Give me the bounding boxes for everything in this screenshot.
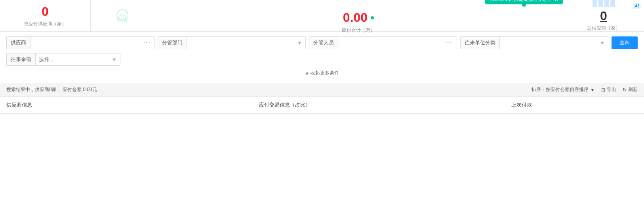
stats-bar: 0 总应付供应商（家） 快速录单的快捷键说明在这里 × 0.00 应付合计（万） bbox=[0, 0, 644, 32]
payable-total-stat: 快速录单的快捷键说明在这里 × 0.00 应付合计（万） bbox=[154, 0, 563, 31]
refresh-label: 刷新 bbox=[628, 86, 638, 93]
collapse-chevron-icon: ∧ bbox=[305, 71, 309, 76]
balance-label: 往来余额 bbox=[7, 53, 36, 65]
supplier-input[interactable] bbox=[30, 40, 140, 46]
table-header: 供应商信息 应付交易信息（占比） 上次付款 bbox=[0, 97, 644, 114]
filter-area: 供应商 ··· 分管部门 ▼ 分管人员 ··· 往来单位分类 ▼ bbox=[0, 32, 644, 66]
sort-dropdown-icon[interactable]: ▼ bbox=[590, 87, 595, 93]
dept-filter[interactable]: 分管部门 ▼ bbox=[158, 36, 306, 49]
piggy-icon-area bbox=[91, 0, 154, 31]
supplier-label: 供应商 bbox=[7, 37, 30, 49]
tooltip-bar: 快速录单的快捷键说明在这里 × bbox=[485, 0, 563, 4]
export-label: 导出 bbox=[607, 86, 616, 93]
svg-point-1 bbox=[118, 15, 126, 20]
refresh-button[interactable]: ↻ 刷新 bbox=[623, 86, 638, 93]
sort-select[interactable]: 排序：按应付会额倒序排序 ▼ bbox=[532, 86, 595, 93]
supplier-filter[interactable]: 供应商 ··· bbox=[6, 36, 154, 49]
results-amount: 应付金额 0.00元 bbox=[63, 87, 97, 92]
unit-label: 往来单位分类 bbox=[461, 37, 500, 49]
tooltip-close-button[interactable]: × bbox=[555, 0, 558, 2]
results-bar: 搜索结果中，供应商0家， 应付金额 0.00元 排序：按应付会额倒序排序 ▼ ⊡… bbox=[0, 83, 644, 97]
person-more-button[interactable]: ··· bbox=[443, 39, 457, 46]
bar-chart-icon bbox=[593, 0, 615, 7]
table-col-payable-info: 应付交易信息（占比） bbox=[259, 101, 512, 109]
table-col-supplier-info: 供应商信息 bbox=[6, 101, 259, 109]
export-icon: ⊡ bbox=[601, 87, 605, 93]
export-button[interactable]: ⊡ 导出 bbox=[601, 86, 616, 93]
dept-dropdown-icon[interactable]: ▼ bbox=[294, 40, 305, 46]
query-button[interactable]: 查询 bbox=[612, 36, 638, 49]
collapse-button[interactable]: ∧ 收起更多条件 bbox=[299, 68, 345, 78]
supplier-more-button[interactable]: ··· bbox=[140, 39, 154, 46]
dept-label: 分管部门 bbox=[158, 37, 187, 49]
unit-dropdown-icon[interactable]: ▼ bbox=[596, 40, 608, 46]
results-actions: 排序：按应付会额倒序排序 ▼ ⊡ 导出 ↻ 刷新 bbox=[532, 86, 638, 93]
person-label: 分管人员 bbox=[309, 37, 338, 49]
person-filter[interactable]: 分管人员 ··· bbox=[309, 36, 457, 49]
payable-total-label: 应付合计（万） bbox=[342, 27, 375, 34]
payable-suppliers-count: 0 bbox=[42, 4, 49, 19]
unit-filter[interactable]: 往来单位分类 ▼ bbox=[460, 36, 608, 49]
unit-input[interactable] bbox=[500, 40, 596, 46]
refresh-icon: ↻ bbox=[623, 87, 627, 93]
ai-badge: Ai bbox=[633, 3, 641, 9]
balance-input[interactable] bbox=[36, 57, 109, 63]
results-summary: 搜索结果中，供应商0家 bbox=[6, 87, 57, 92]
payable-suppliers-label: 总应付供应商（家） bbox=[24, 21, 67, 27]
piggy-icon bbox=[112, 6, 133, 26]
payable-suppliers-stat: 0 总应付供应商（家） bbox=[0, 0, 91, 31]
filter-area-wrapper: 供应商 ··· 分管部门 ▼ 分管人员 ··· 往来单位分类 ▼ bbox=[0, 32, 644, 83]
payable-total-count: 0.00 bbox=[343, 10, 368, 25]
tooltip-text: 快速录单的快捷键说明在这里 bbox=[490, 0, 552, 3]
sort-label: 排序：按应付会额倒序排序 bbox=[532, 86, 589, 93]
dept-input[interactable] bbox=[187, 40, 294, 46]
filter-row-1: 供应商 ··· 分管部门 ▼ 分管人员 ··· 往来单位分类 ▼ bbox=[6, 36, 638, 49]
total-suppliers-stat: 0 总供应商（家） Ai bbox=[563, 0, 644, 31]
total-suppliers-count: 0 bbox=[600, 8, 607, 23]
balance-dropdown-icon[interactable]: ▼ bbox=[109, 57, 120, 63]
filter-row-2: 往来余额 ▼ bbox=[6, 53, 638, 66]
tooltip-indicator-dot bbox=[371, 16, 374, 19]
table-col-last-payment: 上次付款 bbox=[511, 101, 638, 109]
collapse-label: 收起更多条件 bbox=[311, 70, 339, 76]
results-info: 搜索结果中，供应商0家， 应付金额 0.00元 bbox=[6, 86, 97, 93]
balance-filter[interactable]: 往来余额 ▼ bbox=[6, 53, 120, 66]
collapse-row: ∧ 收起更多条件 bbox=[0, 66, 644, 81]
total-suppliers-label: 总供应商（家） bbox=[587, 25, 620, 32]
table-body bbox=[0, 114, 644, 204]
person-input[interactable] bbox=[338, 40, 443, 46]
svg-point-2 bbox=[120, 13, 121, 15]
